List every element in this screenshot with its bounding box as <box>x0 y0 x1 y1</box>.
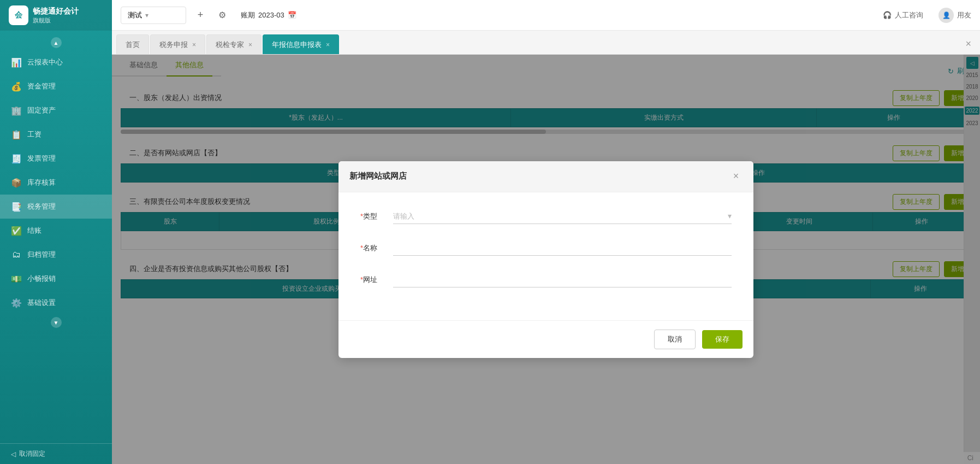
sidebar-item-label: 结账 <box>27 226 41 236</box>
tab-tax-filing-close[interactable]: × <box>192 41 196 49</box>
modal-close-button[interactable]: × <box>729 170 743 183</box>
sidebar-item-label: 云报表中心 <box>27 57 63 67</box>
calendar-icon[interactable]: 📅 <box>288 11 296 19</box>
window-close-button[interactable]: × <box>961 34 976 54</box>
sidebar-nav: ▲ 📊 云报表中心 💰 资金管理 🏢 固定资产 📋 工资 🧾 发票管理 📦 库存… <box>0 31 112 443</box>
cancel-button[interactable]: 取消 <box>654 330 696 349</box>
modal-footer: 取消 保存 <box>338 320 753 358</box>
sidebar-item-tax[interactable]: 📑 税务管理 <box>0 195 112 219</box>
cancel-fixed-label: 取消固定 <box>19 449 45 459</box>
url-input-wrap <box>393 272 732 287</box>
sidebar-cancel-fixed[interactable]: ◁ 取消固定 <box>0 443 112 464</box>
sidebar-item-label: 工资 <box>27 130 41 139</box>
type-input[interactable] <box>393 209 728 224</box>
archive-icon: 🗂 <box>11 249 22 260</box>
period-label: 账期 <box>241 10 255 20</box>
type-input-wrap: ▾ <box>393 209 732 224</box>
name-input-wrap <box>393 240 732 256</box>
tab-bar: 首页 税务申报 × 税检专家 × 年报信息申报表 × × <box>112 31 980 55</box>
topbar: 测试 ▾ + ⚙ 账期 2023-03 📅 🎧 人工咨询 👤 用友 <box>112 0 980 31</box>
name-input[interactable] <box>393 240 732 255</box>
sidebar-item-fixed-assets[interactable]: 🏢 固定资产 <box>0 98 112 122</box>
user-label: 用友 <box>957 10 971 20</box>
chevron-down-icon: ▾ <box>145 11 149 19</box>
pin-icon: ◁ <box>11 450 16 458</box>
user-button[interactable]: 👤 用友 <box>939 8 971 23</box>
content-area: 基础信息 其他信息 ↻ 刷新 一、股东（发起人）出资情况 <box>112 55 980 464</box>
sidebar-item-accounting[interactable]: ✅ 结账 <box>0 219 112 243</box>
form-field-name: *名称 <box>360 240 732 256</box>
period-display: 账期 2023-03 📅 <box>241 10 296 20</box>
payroll-icon: 📋 <box>11 129 22 140</box>
settings-icon: ⚙️ <box>11 297 22 308</box>
sidebar-scroll-up[interactable]: ▲ <box>51 37 62 48</box>
company-name: 测试 <box>128 10 142 20</box>
tab-tax-filing[interactable]: 税务申报 × <box>150 34 205 54</box>
logo-sub: 旗舰版 <box>33 16 79 25</box>
tab-tax-expert-close[interactable]: × <box>248 41 252 49</box>
sidebar: 会 畅捷通好会计 旗舰版 ▲ 📊 云报表中心 💰 资金管理 🏢 固定资产 📋 工… <box>0 0 112 464</box>
user-icon: 👤 <box>942 11 951 19</box>
logo-icon: 会 <box>9 5 28 25</box>
expense-icon: 💵 <box>11 273 22 284</box>
inventory-icon: 📦 <box>11 177 22 188</box>
tab-annual-report[interactable]: 年报信息申报表 × <box>263 34 339 54</box>
user-avatar: 👤 <box>939 8 954 23</box>
modal-title: 新增网站或网店 <box>349 171 407 181</box>
sidebar-item-label: 小畅报销 <box>27 274 56 284</box>
form-field-url: *网址 <box>360 272 732 287</box>
modal-body: *类型 ▾ *名称 <box>338 192 753 320</box>
sidebar-item-inventory[interactable]: 📦 库存核算 <box>0 171 112 195</box>
modal-overlay: 新增网站或网店 × *类型 ▾ <box>112 55 980 464</box>
service-button[interactable]: 🎧 人工咨询 <box>883 10 923 20</box>
tab-home[interactable]: 首页 <box>116 34 149 54</box>
headset-icon: 🎧 <box>883 11 892 19</box>
required-mark-url: * <box>360 275 363 284</box>
tab-tax-filing-label: 税务申报 <box>159 40 188 50</box>
logo-text: 畅捷通好会计 <box>33 6 79 16</box>
sidebar-item-cloud-reports[interactable]: 📊 云报表中心 <box>0 50 112 74</box>
tax-icon: 📑 <box>11 201 22 212</box>
sidebar-item-label: 发票管理 <box>27 154 56 163</box>
sidebar-item-archive[interactable]: 🗂 归档管理 <box>0 243 112 267</box>
sidebar-item-label: 归档管理 <box>27 250 56 260</box>
form-label-name: *名称 <box>360 243 393 253</box>
tab-annual-report-close[interactable]: × <box>326 41 330 49</box>
form-label-type: *类型 <box>360 212 393 221</box>
main-area: 测试 ▾ + ⚙ 账期 2023-03 📅 🎧 人工咨询 👤 用友 首页 税务申… <box>112 0 980 464</box>
tab-home-label: 首页 <box>126 40 140 50</box>
modal-header: 新增网站或网店 × <box>338 161 753 192</box>
form-label-url: *网址 <box>360 275 393 285</box>
url-input[interactable] <box>393 272 732 287</box>
tab-annual-report-label: 年报信息申报表 <box>272 40 322 50</box>
cloud-reports-icon: 📊 <box>11 57 22 68</box>
sidebar-item-invoice[interactable]: 🧾 发票管理 <box>0 146 112 171</box>
sidebar-item-settings[interactable]: ⚙️ 基础设置 <box>0 291 112 315</box>
sidebar-item-label: 基础设置 <box>27 298 56 308</box>
sidebar-item-label: 资金管理 <box>27 81 56 91</box>
save-button[interactable]: 保存 <box>702 330 743 349</box>
company-selector[interactable]: 测试 ▾ <box>121 7 186 24</box>
period-value: 2023-03 <box>258 11 284 19</box>
gear-button[interactable]: ⚙ <box>215 8 230 23</box>
required-mark-name: * <box>360 244 363 252</box>
form-field-type: *类型 ▾ <box>360 209 732 224</box>
capital-icon: 💰 <box>11 81 22 92</box>
invoice-icon: 🧾 <box>11 153 22 164</box>
fixed-assets-icon: 🏢 <box>11 105 22 116</box>
sidebar-item-capital[interactable]: 💰 资金管理 <box>0 74 112 98</box>
sidebar-item-payroll[interactable]: 📋 工资 <box>0 122 112 146</box>
accounting-icon: ✅ <box>11 225 22 236</box>
sidebar-item-label: 库存核算 <box>27 178 56 187</box>
sidebar-logo: 会 畅捷通好会计 旗舰版 <box>0 0 112 31</box>
tab-tax-expert[interactable]: 税检专家 × <box>206 34 262 54</box>
tab-tax-expert-label: 税检专家 <box>216 40 244 50</box>
sidebar-item-expense[interactable]: 💵 小畅报销 <box>0 267 112 291</box>
sidebar-item-label: 固定资产 <box>27 105 56 115</box>
sidebar-item-label: 税务管理 <box>27 202 56 212</box>
sidebar-scroll-down[interactable]: ▼ <box>51 317 62 328</box>
service-label: 人工咨询 <box>895 10 923 20</box>
add-company-button[interactable]: + <box>193 8 208 23</box>
dropdown-chevron-icon[interactable]: ▾ <box>728 212 732 220</box>
modal-add-website: 新增网站或网店 × *类型 ▾ <box>338 161 753 358</box>
